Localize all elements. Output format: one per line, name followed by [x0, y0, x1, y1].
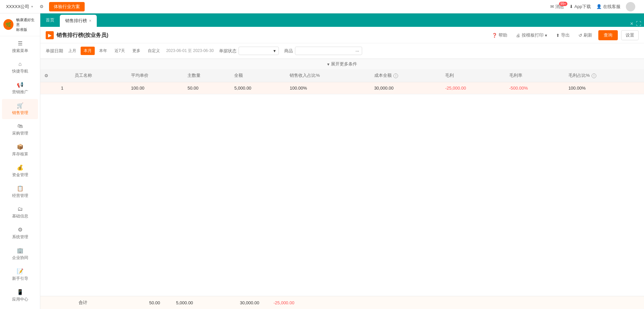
footer-total-label: 合计	[75, 300, 115, 306]
sidebar-item-finance[interactable]: 💰 资金管理	[2, 161, 38, 181]
search-menu-icon: ☰	[18, 40, 23, 47]
th-amount: 全额	[230, 69, 286, 82]
sidebar-label-quick: 快捷导航	[12, 68, 28, 74]
template-print-label: 按模板打印	[522, 32, 544, 38]
status-select[interactable]: ▾	[239, 47, 279, 55]
profit-pct-info-icon[interactable]: i	[592, 73, 596, 78]
date-btn-more[interactable]: 更多	[129, 47, 143, 55]
footer-profit: -25,000.00	[269, 300, 303, 305]
sidebar-item-corp[interactable]: 🏢 企业协同	[2, 244, 38, 264]
expand-more-row[interactable]: ▾ 展开更多条件	[40, 59, 644, 69]
table-row: 1 100.00 50.00 5,000.00 100.00% 30,000.0…	[40, 82, 644, 94]
sidebar-item-marketing[interactable]: 📢 营销推广	[2, 78, 38, 98]
export-label: 导出	[561, 32, 570, 38]
corp-icon: 🏢	[17, 247, 24, 254]
sidebar-item-inventory[interactable]: 📦 库存核算	[2, 140, 38, 160]
sidebar-item-wechat[interactable]: 💬 企业微信	[2, 306, 38, 309]
date-buttons: 上月 本月 本年 近7天 更多 自定义	[65, 47, 163, 55]
help-icon: ❓	[492, 33, 497, 38]
sidebar-item-apps[interactable]: 📱 应用中心	[2, 286, 38, 306]
back-btn[interactable]: ▶	[46, 31, 54, 39]
status-filter-label: 单据状态	[219, 48, 237, 54]
sidebar-label-guide: 新手引导	[12, 276, 28, 281]
sidebar-label-corp: 企业协同	[12, 255, 28, 261]
sidebar-label-apps: 应用中心	[12, 297, 28, 302]
app-download-btn[interactable]: ⬇ App下载	[569, 4, 591, 10]
settings-icon[interactable]: ⚙	[37, 2, 46, 11]
sidebar-item-search[interactable]: ☰ 搜索菜单	[2, 37, 38, 57]
query-btn[interactable]: 查询	[598, 30, 618, 40]
th-settings[interactable]: ⚙	[40, 69, 54, 82]
sidebar-item-purchase[interactable]: 🛍 采购管理	[2, 120, 38, 140]
td-cost: 30,000.00	[370, 82, 441, 94]
refresh-btn[interactable]: ↺ 刷新	[576, 31, 595, 40]
service-icon: 👤	[596, 4, 602, 9]
tab-close-window-icon[interactable]: ×	[630, 21, 633, 27]
online-service-label: 在线客服	[603, 4, 620, 10]
chevron-down-icon: ▾	[31, 5, 33, 8]
data-table: ⚙ 员工名称 平均单价 主数量 全额 销售收入占比% 成本全额 i 毛利	[40, 69, 644, 94]
td-settings	[40, 82, 54, 94]
page-actions: ❓ 帮助 🖨 按模板打印 ▾ ⬆ 导出 ↺ 刷新	[489, 30, 639, 40]
template-print-btn[interactable]: 🖨 按模板打印 ▾	[513, 31, 550, 40]
td-profit-rate: -500.00%	[505, 82, 564, 94]
tab-home[interactable]: 首页	[40, 13, 60, 27]
table-header-row: ⚙ 员工名称 平均单价 主数量 全额 销售收入占比% 成本全额 i 毛利	[40, 69, 644, 82]
goods-filter-label: 商品	[284, 48, 293, 54]
td-rank: 1	[54, 82, 71, 94]
page-inner: ▶ 销售排行榜(按业务员) ❓ 帮助 🖨 按模板打印 ▾ ⬆ 导	[40, 27, 644, 309]
sidebar: 🌿 畅康通好生意 标准版 ☰ 搜索菜单 ⌂ 快捷导航 📢 营销推广 🛒 销售管理	[0, 13, 40, 309]
th-profit-pct: 毛利占比% i	[564, 69, 644, 82]
goods-more-icon: ···	[355, 48, 359, 53]
th-sales-pct: 销售收入占比%	[286, 69, 370, 82]
settings-btn[interactable]: 设置	[621, 30, 639, 40]
td-qty: 50.00	[183, 82, 230, 94]
export-btn[interactable]: ⬆ 导出	[553, 31, 572, 40]
date-btn-this-year[interactable]: 本年	[96, 47, 110, 55]
sidebar-label-sales: 销售管理	[12, 110, 28, 116]
tab-close-icon[interactable]: ×	[89, 18, 91, 23]
content-area: 首页 销售排行榜 × × ⛶ ▶ 销售排行榜(按业务员) ❓	[40, 13, 644, 309]
expand-more-label: 展开更多条件	[331, 61, 357, 67]
th-qty: 主数量	[183, 69, 230, 82]
trial-button[interactable]: 体验行业方案	[49, 2, 85, 11]
help-label: 帮助	[499, 32, 507, 38]
company-selector[interactable]: XXXXX公司 ▾	[3, 2, 36, 11]
message-btn[interactable]: ✉ 消息 99+	[550, 4, 564, 10]
online-service-btn[interactable]: 👤 在线客服	[596, 4, 620, 10]
main-layout: 🌿 畅康通好生意 标准版 ☰ 搜索菜单 ⌂ 快捷导航 📢 营销推广 🛒 销售管理	[0, 13, 644, 309]
print-icon: 🖨	[516, 33, 520, 38]
th-profit: 毛利	[441, 69, 505, 82]
system-icon: ⚙	[18, 226, 23, 233]
home-icon: ⌂	[18, 61, 22, 67]
top-bar: XXXXX公司 ▾ ⚙ 体验行业方案 ✉ 消息 99+ ⬇ App下载 👤 在线…	[0, 0, 644, 13]
date-btn-prev-month[interactable]: 上月	[65, 47, 79, 55]
download-icon: ⬇	[569, 4, 573, 9]
avatar[interactable]	[626, 2, 635, 11]
status-filter-group: 单据状态 ▾	[219, 47, 279, 55]
sidebar-item-basic[interactable]: 🗂 基础信息	[2, 203, 38, 222]
sidebar-item-operation[interactable]: 📋 经营管理	[2, 182, 38, 202]
sidebar-item-guide[interactable]: 📝 新手引导	[2, 265, 38, 285]
date-btn-custom[interactable]: 自定义	[145, 47, 163, 55]
sidebar-item-system[interactable]: ⚙ 系统管理	[2, 223, 38, 243]
sidebar-item-sales[interactable]: 🛒 销售管理	[2, 99, 38, 119]
tab-active[interactable]: 销售排行榜 ×	[60, 15, 97, 27]
refresh-label: 刷新	[584, 32, 592, 38]
date-btn-7days[interactable]: 近7天	[112, 47, 128, 55]
td-avg-price: 100.00	[127, 82, 183, 94]
date-btn-this-month[interactable]: 本月	[81, 47, 95, 55]
sidebar-item-quick[interactable]: ⌂ 快捷导航	[2, 58, 38, 78]
td-name	[71, 82, 127, 94]
company-name: XXXXX公司	[6, 4, 29, 10]
help-btn[interactable]: ❓ 帮助	[489, 31, 510, 40]
sidebar-label-purchase: 采购管理	[12, 131, 28, 136]
sidebar-label-finance: 资金管理	[12, 172, 28, 178]
basic-icon: 🗂	[17, 206, 23, 212]
tab-fullscreen-icon[interactable]: ⛶	[636, 21, 641, 27]
date-filter-label: 单据日期	[46, 48, 63, 54]
table-footer: 合计 50.00 5,000.00 30,000.00 -25,000.00	[40, 296, 644, 309]
goods-select[interactable]: ···	[295, 47, 362, 55]
tab-bar: 首页 销售排行榜 × × ⛶	[40, 13, 644, 27]
cost-info-icon[interactable]: i	[393, 73, 398, 78]
